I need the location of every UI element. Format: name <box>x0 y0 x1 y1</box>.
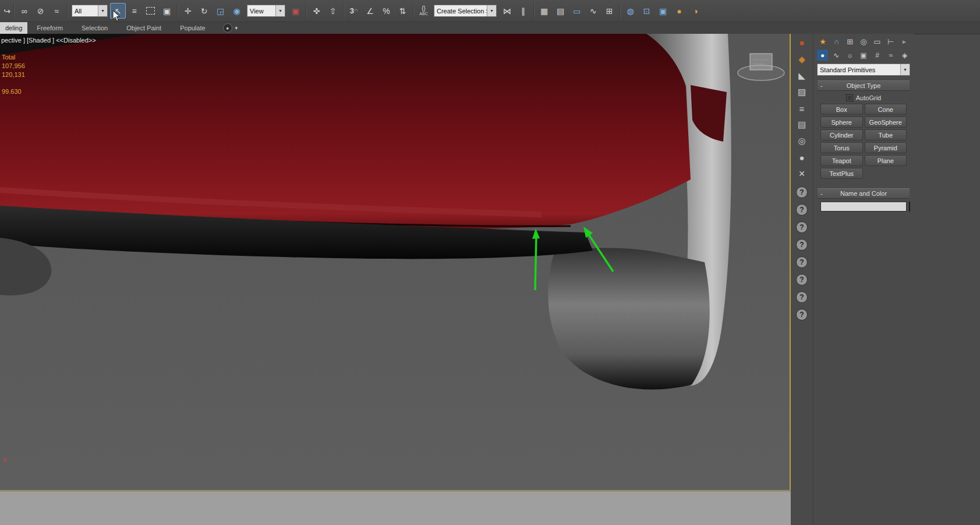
autogrid-checkbox[interactable] <box>846 94 853 101</box>
help-script-button-7[interactable]: ? <box>796 291 808 303</box>
tab-freeform[interactable]: Freeform <box>27 22 72 34</box>
tab-selection[interactable]: Selection <box>72 22 117 34</box>
sphere-button[interactable]: Sphere <box>820 117 863 128</box>
select-and-rotate-icon[interactable]: ↻ <box>196 3 212 19</box>
category-geometry[interactable]: ● <box>817 50 828 61</box>
close-x-icon[interactable]: × <box>794 167 809 181</box>
mirror-icon[interactable]: ⋈ <box>499 3 515 19</box>
tube-button[interactable]: Tube <box>865 129 907 140</box>
category-space-warps[interactable]: ≈ <box>886 50 897 61</box>
unlink-selection-icon[interactable]: ⊘ <box>33 3 48 19</box>
cylinder-button[interactable]: Cylinder <box>820 129 863 140</box>
checker-box-icon[interactable]: ▨ <box>794 85 809 99</box>
render-setup-icon[interactable]: ⊡ <box>639 3 654 19</box>
autogrid-label: AutoGrid <box>856 94 881 101</box>
reference-coordinate-system-dropdown[interactable]: View ▼ <box>247 5 285 17</box>
layer-explorer-icon[interactable]: ▤ <box>553 3 568 19</box>
render-flyout-icon[interactable]: ◑ <box>688 3 703 19</box>
edit-named-selection-sets-icon[interactable]: {}ABC <box>416 3 431 19</box>
perspective-viewport[interactable]: pective ] [Shaded ] <<Disabled>> Total 1… <box>0 34 791 491</box>
render-production-icon[interactable]: ● <box>671 3 687 19</box>
tab-utilities[interactable]: ⊢ <box>885 36 897 47</box>
select-and-move-icon[interactable]: ✛ <box>180 3 196 19</box>
named-selection-sets-dropdown[interactable]: Create Selection Se ▼ <box>434 5 497 17</box>
select-and-place-icon[interactable]: ◉ <box>229 3 245 19</box>
plane-button[interactable]: Plane <box>865 155 907 166</box>
object-type-rollout-header[interactable]: - Object Type <box>818 80 910 91</box>
percent-snap-toggle-icon[interactable]: % <box>378 3 394 19</box>
tab-create[interactable]: ★ <box>817 36 829 47</box>
layer-stack-icon[interactable]: ≡ <box>794 101 809 115</box>
selection-filter-dropdown[interactable]: All ▼ <box>72 5 108 17</box>
category-systems[interactable]: ◈ <box>899 50 910 61</box>
help-script-button-6[interactable]: ? <box>796 274 808 286</box>
window-crossing-icon[interactable]: ▣ <box>159 3 175 19</box>
material-editor-icon[interactable]: ◍ <box>622 3 638 19</box>
panel-expand-arrow-icon[interactable]: ► <box>898 36 910 47</box>
tab-object-paint[interactable]: Object Paint <box>117 22 171 34</box>
snaps-toggle-icon[interactable]: 3∩ <box>346 3 362 19</box>
category-shapes[interactable]: ∿ <box>831 50 842 61</box>
tab-modify[interactable]: ∩ <box>830 36 842 47</box>
wireframe-sphere-icon[interactable]: ◎ <box>794 134 809 148</box>
sphere-icon[interactable]: ● <box>794 150 809 164</box>
brick-icon[interactable]: ▤ <box>794 118 809 132</box>
select-object-button[interactable]: ↖ <box>110 3 126 19</box>
cone-button[interactable]: Cone <box>865 104 907 115</box>
primitives-category-dropdown[interactable]: Standard Primitives ▼ <box>817 64 910 76</box>
tab-modeling[interactable]: deling <box>0 22 27 34</box>
category-lights[interactable]: ☼ <box>844 50 855 61</box>
angle-snap-toggle-icon[interactable]: ∠ <box>362 3 378 19</box>
object-name-input[interactable] <box>820 202 907 212</box>
use-pivot-point-center-icon[interactable]: ▣ <box>288 3 303 19</box>
ribbon-minimize-arrow-icon[interactable]: ▾ <box>235 25 238 31</box>
name-and-color-rollout-header[interactable]: - Name and Color <box>818 188 910 199</box>
rendered-frame-window-icon[interactable]: ▣ <box>655 3 671 19</box>
selection-set-value: Create Selection Se <box>434 8 487 15</box>
teapot-button[interactable]: Teapot <box>820 155 863 166</box>
help-script-button-1[interactable]: ? <box>796 186 808 198</box>
tab-motion[interactable]: ◎ <box>858 36 869 47</box>
select-and-link-icon[interactable]: ∞ <box>16 3 32 19</box>
select-and-manipulate-icon[interactable]: ✜ <box>309 3 324 19</box>
side-toolbar: ● ◆ ◣ ▨ ≡ ▤ ◎ ● × ? ? ? ? ? ? ? ? <box>791 34 813 525</box>
schematic-view-icon[interactable]: ⊞ <box>602 3 617 19</box>
name-and-color-row <box>818 199 910 213</box>
help-script-button-4[interactable]: ? <box>796 239 808 251</box>
help-script-button-5[interactable]: ? <box>796 256 808 268</box>
object-color-swatch[interactable] <box>909 202 910 212</box>
redo-icon[interactable]: ↪ <box>1 3 11 19</box>
box-button[interactable]: Box <box>820 104 863 115</box>
protractor-icon[interactable]: ◣ <box>794 69 809 83</box>
keyboard-shortcut-override-icon[interactable]: ⇧ <box>325 3 341 19</box>
category-cameras[interactable]: ▣ <box>858 50 869 61</box>
pyramid-button[interactable]: Pyramid <box>865 142 907 153</box>
viewport-3d-canvas[interactable] <box>0 34 790 490</box>
bind-to-space-warp-icon[interactable]: ≈ <box>49 3 65 19</box>
viewport-statistics: Total 107,956 120,131 99.630 <box>2 53 25 96</box>
help-script-button-3[interactable]: ? <box>796 221 808 233</box>
viewport-label[interactable]: pective ] [Shaded ] <<Disabled>> <box>1 37 96 44</box>
tab-hierarchy[interactable]: ⊞ <box>844 36 856 47</box>
help-script-button-8[interactable]: ? <box>796 309 808 320</box>
select-and-scale-icon[interactable]: ◲ <box>213 3 228 19</box>
rectangular-selection-region-icon[interactable] <box>143 3 158 19</box>
car-body[interactable] <box>0 34 691 229</box>
tab-populate[interactable]: Populate <box>171 22 214 34</box>
world-axis-x-label: x <box>3 456 6 464</box>
ribbon-toggle-icon[interactable]: ▭ <box>569 3 585 19</box>
scene-explorer-icon[interactable]: ▦ <box>536 3 552 19</box>
geosphere-button[interactable]: GeoSphere <box>865 117 907 128</box>
ribbon-config-icon[interactable]: ● <box>223 23 232 33</box>
spinner-snap-toggle-icon[interactable]: ⇅ <box>395 3 411 19</box>
align-icon[interactable]: ∥ <box>515 3 531 19</box>
textplus-button[interactable]: TextPlus <box>820 168 863 179</box>
curve-editor-icon[interactable]: ∿ <box>585 3 601 19</box>
select-by-name-icon[interactable]: ≡ <box>126 3 142 19</box>
paint-bucket-icon[interactable]: ◆ <box>794 52 809 66</box>
teapot-render-icon[interactable]: ● <box>794 36 809 50</box>
category-helpers[interactable]: # <box>872 50 883 61</box>
help-script-button-2[interactable]: ? <box>796 204 808 216</box>
tab-display[interactable]: ▭ <box>871 36 883 47</box>
torus-button[interactable]: Torus <box>820 142 863 153</box>
